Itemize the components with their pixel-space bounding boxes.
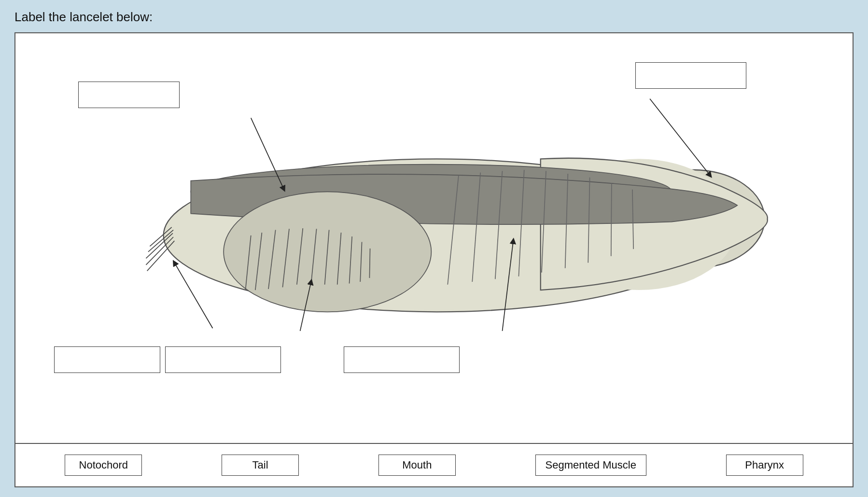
main-area: Notochord Tail Mouth Segmented Muscle Ph… xyxy=(14,32,854,487)
svg-line-23 xyxy=(611,183,612,256)
instruction-text: Label the lancelet below: xyxy=(14,10,854,25)
chip-pharynx[interactable]: Pharynx xyxy=(726,455,803,476)
label-box-mouth xyxy=(54,346,160,373)
label-box-segmented xyxy=(344,346,460,373)
label-box-tail xyxy=(635,62,746,89)
label-strip: Notochord Tail Mouth Segmented Muscle Ph… xyxy=(14,444,854,487)
label-box-pharynx xyxy=(165,346,281,373)
label-box-notochord xyxy=(78,82,180,108)
chip-notochord[interactable]: Notochord xyxy=(65,455,142,476)
diagram-container xyxy=(14,32,854,444)
chip-mouth[interactable]: Mouth xyxy=(378,455,456,476)
svg-line-15 xyxy=(369,248,370,278)
chip-tail[interactable]: Tail xyxy=(222,455,299,476)
chip-segmented-muscle[interactable]: Segmented Muscle xyxy=(535,455,646,476)
